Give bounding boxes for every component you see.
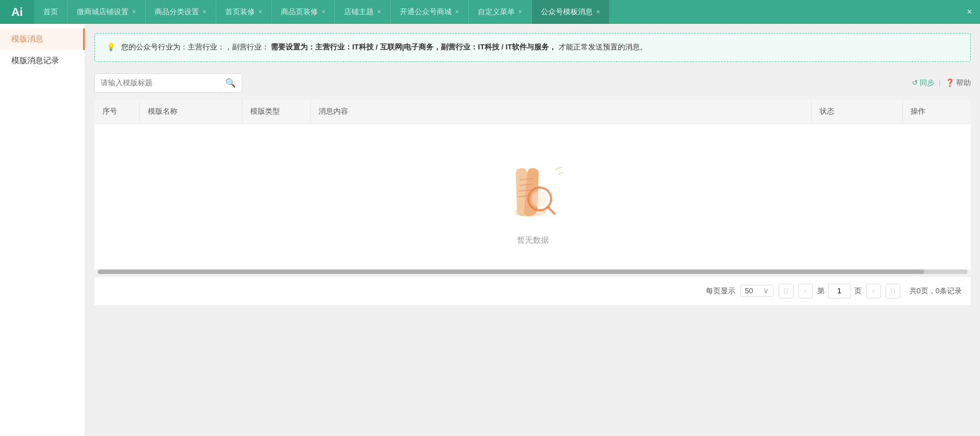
first-page-icon: ⟨⟨	[783, 287, 789, 295]
per-page-chevron-icon: ∨	[763, 286, 769, 295]
empty-text: 暂无数据	[517, 235, 549, 246]
tab-bar: Ai 首页 微商城店铺设置 × 商品分类设置 × 首页装修 × 商品页装修 × …	[0, 0, 980, 24]
next-page-icon: ›	[873, 287, 875, 295]
col-content: 消息内容	[311, 99, 812, 123]
last-page-icon: ⟩⟩	[890, 287, 896, 295]
sync-button[interactable]: ↺ 同步	[912, 78, 934, 88]
col-index: 序号	[94, 99, 140, 123]
per-page-label: 每页显示	[706, 286, 735, 296]
horizontal-scrollbar[interactable]	[94, 269, 971, 276]
empty-icon	[499, 158, 567, 226]
close-tab-product-page-decor[interactable]: ×	[321, 8, 325, 16]
help-icon: ❓	[945, 78, 954, 87]
sync-label: 同步	[920, 78, 934, 88]
sidebar-item-template-msg-record-label: 模版消息记录	[11, 56, 59, 65]
page-input[interactable]	[828, 284, 851, 298]
col-action: 操作	[903, 99, 971, 123]
close-tab-weishop[interactable]: ×	[132, 8, 136, 16]
tab-product-page-decor[interactable]: 商品页装修 ×	[272, 0, 335, 24]
tab-custom-menu[interactable]: 自定义菜单 ×	[469, 0, 532, 24]
main-layout: 模版消息 模版消息记录 💡 您的公众号行业为：主营行业：，副营行业： 需要设置为…	[0, 24, 980, 436]
tab-open-public-shop-label: 开通公众号商城	[400, 7, 452, 17]
sidebar: 模版消息 模版消息记录	[0, 24, 85, 436]
first-page-button[interactable]: ⟨⟨	[779, 284, 793, 298]
notice-icon: 💡	[106, 43, 115, 51]
tab-home[interactable]: 首页	[34, 0, 68, 24]
search-icon[interactable]: 🔍	[225, 78, 236, 88]
tab-template-msg-label: 公众号模板消息	[541, 7, 593, 17]
per-page-select[interactable]: 50 ∨	[740, 285, 774, 297]
close-tab-shop-theme[interactable]: ×	[377, 8, 381, 16]
svg-point-6	[532, 191, 548, 207]
sidebar-item-template-msg-label: 模版消息	[11, 34, 43, 43]
total-info: 共0页，0条记录	[909, 286, 962, 296]
table-header: 序号 模版名称 模版类型 消息内容 状态 操作	[94, 99, 971, 124]
per-page-value: 50	[745, 286, 753, 295]
toolbar-divider: |	[939, 78, 941, 87]
toolbar-right: ↺ 同步 | ❓ 帮助	[912, 78, 971, 88]
close-tab-product-category[interactable]: ×	[202, 8, 206, 16]
sidebar-item-template-msg[interactable]: 模版消息	[0, 28, 85, 50]
col-status: 状态	[812, 99, 903, 123]
help-button[interactable]: ❓ 帮助	[945, 78, 971, 88]
tab-product-category-label: 商品分类设置	[155, 7, 199, 17]
page-input-wrap: 第 页	[817, 284, 862, 298]
close-tab-template-msg[interactable]: ×	[596, 8, 600, 16]
notice-highlight: 需要设置为：主营行业：IT科技 / 互联网|电子商务，副营行业：IT科技 / I…	[271, 43, 556, 51]
last-page-button[interactable]: ⟩⟩	[886, 284, 900, 298]
tab-open-public-shop[interactable]: 开通公众号商城 ×	[391, 0, 469, 24]
tab-product-category[interactable]: 商品分类设置 ×	[146, 0, 216, 24]
page-label: 第	[817, 286, 825, 296]
close-tab-custom-menu[interactable]: ×	[518, 8, 522, 16]
app-logo: Ai	[0, 0, 34, 24]
tab-home-decor[interactable]: 首页装修 ×	[216, 0, 272, 24]
tab-template-msg[interactable]: 公众号模板消息 ×	[532, 0, 610, 24]
page-unit: 页	[854, 286, 862, 296]
empty-state: 暂无数据	[94, 124, 971, 268]
tab-product-page-decor-label: 商品页装修	[281, 7, 318, 17]
col-name: 模版名称	[140, 99, 242, 123]
close-all-tabs-button[interactable]: ×	[959, 7, 980, 17]
notice-text-prefix: 您的公众号行业为：主营行业：，副营行业：	[121, 43, 269, 51]
data-table: 序号 模版名称 模版类型 消息内容 状态 操作	[94, 99, 971, 305]
svg-line-7	[548, 207, 555, 214]
prev-page-icon: ‹	[804, 287, 807, 295]
scrollbar-thumb	[98, 269, 924, 274]
tab-home-label: 首页	[43, 7, 58, 17]
help-label: 帮助	[956, 78, 971, 88]
sync-icon: ↺	[912, 78, 918, 87]
search-input[interactable]	[101, 78, 225, 87]
close-tab-open-public-shop[interactable]: ×	[455, 8, 459, 16]
search-bar: 🔍 ↺ 同步 | ❓ 帮助	[94, 73, 971, 93]
notice-box: 💡 您的公众号行业为：主营行业：，副营行业： 需要设置为：主营行业：IT科技 /…	[94, 33, 971, 62]
tab-home-decor-label: 首页装修	[225, 7, 255, 17]
col-type: 模版类型	[242, 99, 311, 123]
scrollbar-track	[98, 269, 967, 274]
sidebar-item-template-msg-record[interactable]: 模版消息记录	[0, 50, 85, 72]
tab-shop-theme-label: 店铺主题	[344, 7, 374, 17]
tab-shop-theme[interactable]: 店铺主题 ×	[335, 0, 391, 24]
prev-page-button[interactable]: ‹	[798, 284, 813, 298]
svg-line-9	[559, 173, 563, 174]
notice-text-suffix: 才能正常发送预置的消息。	[559, 43, 647, 51]
content-area: 💡 您的公众号行业为：主营行业：，副营行业： 需要设置为：主营行业：IT科技 /…	[85, 24, 980, 436]
tab-custom-menu-label: 自定义菜单	[478, 7, 515, 17]
tab-weishop-label: 微商城店铺设置	[77, 7, 129, 17]
search-input-wrap[interactable]: 🔍	[94, 73, 242, 93]
next-page-button[interactable]: ›	[866, 284, 881, 298]
pagination: 每页显示 50 ∨ ⟨⟨ ‹ 第 页 ›	[94, 276, 971, 305]
tab-weishop-settings[interactable]: 微商城店铺设置 ×	[68, 0, 146, 24]
svg-line-8	[556, 167, 561, 169]
close-tab-home-decor[interactable]: ×	[258, 8, 262, 16]
